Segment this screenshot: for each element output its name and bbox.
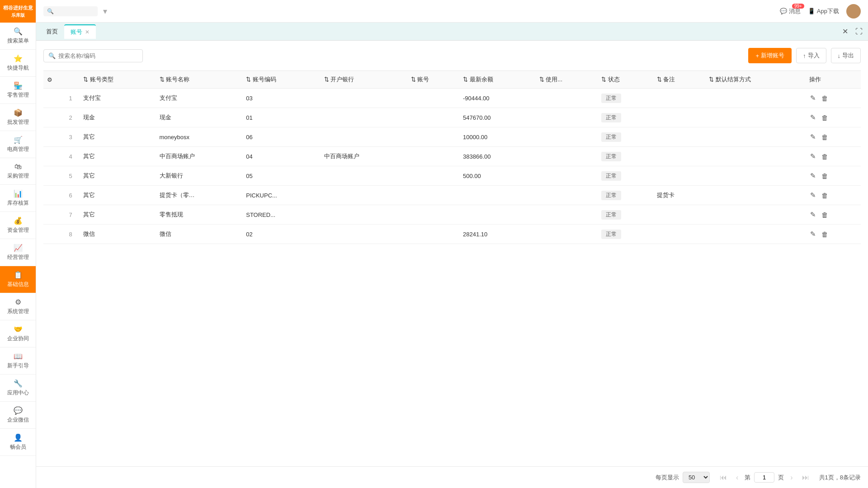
row-settings [43, 147, 61, 166]
page-next-button[interactable]: › [788, 473, 795, 483]
page-number-input[interactable] [754, 472, 774, 483]
delete-button[interactable]: 🗑 [821, 210, 829, 220]
row-account-no [407, 186, 459, 205]
sidebar-item-purchase-mgmt[interactable]: 🛍 采购管理 [0, 158, 36, 185]
page-prev-button[interactable]: ‹ [733, 473, 741, 483]
row-bank: 中百商场账户 [321, 147, 407, 166]
per-page-select[interactable]: 50 10 20 100 [683, 472, 710, 483]
row-default-settlement [705, 205, 806, 225]
import-button[interactable]: ↑ 导入 [796, 48, 826, 63]
message-button[interactable]: 💬 消息 99+ [780, 7, 801, 15]
sidebar-item-enterprise-agreement[interactable]: 🤝 企业协同 [0, 320, 36, 347]
edit-button[interactable]: ✎ [809, 210, 817, 220]
tab-account-close[interactable]: ✕ [85, 29, 90, 35]
search-input[interactable] [58, 52, 131, 59]
row-status: 正常 [598, 108, 653, 127]
sidebar-item-label: 采购管理 [7, 172, 29, 180]
user-avatar[interactable] [846, 4, 861, 19]
row-default-settlement [705, 166, 806, 186]
tab-account[interactable]: 账号 ✕ [64, 24, 96, 39]
row-balance: 28241.10 [459, 225, 536, 244]
table-row: 1 支付宝 支付宝 03 -90444.00 正常 ✎ 🗑 [43, 89, 861, 108]
operations-mgmt-icon: 📈 [14, 244, 23, 252]
delete-button[interactable]: 🗑 [821, 132, 829, 142]
row-bank [321, 186, 407, 205]
sidebar-item-search-menu[interactable]: 🔍 搜索菜单 [0, 23, 36, 50]
row-actions: ✎ 🗑 [806, 108, 861, 127]
row-account-type: 其它 [80, 205, 156, 225]
edit-button[interactable]: ✎ [809, 229, 817, 239]
sidebar-item-quick-nav[interactable]: ⭐ 快捷导航 [0, 50, 36, 77]
edit-button[interactable]: ✎ [809, 93, 817, 103]
delete-button[interactable]: 🗑 [821, 94, 829, 103]
add-account-label: 新增账号 [761, 52, 784, 60]
delete-button[interactable]: 🗑 [821, 171, 829, 181]
edit-button[interactable]: ✎ [809, 132, 817, 142]
sidebar-item-member[interactable]: 👤 畅会员 [0, 429, 36, 456]
app-download-button[interactable]: 📱 App下载 [808, 7, 839, 15]
sidebar-item-inventory-calc[interactable]: 📊 库存核算 [0, 185, 36, 212]
sidebar-item-finance-mgmt[interactable]: 💰 资金管理 [0, 212, 36, 239]
col-balance[interactable]: ⇅ 最新余额 [459, 71, 536, 89]
tabbar: 首页 账号 ✕ ✕ ⛶ [36, 23, 868, 41]
edit-button[interactable]: ✎ [809, 113, 817, 122]
row-usage [536, 147, 598, 166]
basic-info-icon: 📋 [14, 271, 23, 279]
row-account-code: 02 [242, 225, 321, 244]
page-first-button[interactable]: ⏮ [717, 473, 730, 483]
edit-button[interactable]: ✎ [809, 151, 817, 161]
delete-button[interactable]: 🗑 [821, 230, 829, 239]
sidebar-item-app-center[interactable]: 🔧 应用中心 [0, 375, 36, 402]
row-settings [43, 108, 61, 127]
dropdown-arrow[interactable]: ▾ [103, 6, 107, 16]
page-last-button[interactable]: ⏭ [799, 473, 812, 483]
search-box[interactable]: 🔍 [43, 49, 143, 62]
table-row: 4 其它 中百商场账户 04 中百商场账户 383866.00 正常 ✎ 🗑 [43, 147, 861, 166]
sidebar-item-wholesale-mgmt[interactable]: 📦 批发管理 [0, 104, 36, 131]
row-status: 正常 [598, 225, 653, 244]
col-settings[interactable]: ⚙ [43, 71, 61, 89]
delete-button[interactable]: 🗑 [821, 191, 829, 200]
sidebar-item-label: 资金管理 [7, 226, 29, 234]
export-button[interactable]: ↓ 导出 [831, 48, 861, 63]
delete-button[interactable]: 🗑 [821, 113, 829, 122]
col-usage[interactable]: ⇅ 使用... [536, 71, 598, 89]
row-usage [536, 166, 598, 186]
col-status[interactable]: ⇅ 状态 [598, 71, 653, 89]
row-status: 正常 [598, 186, 653, 205]
row-account-type: 其它 [80, 147, 156, 166]
row-account-type: 现金 [80, 108, 156, 127]
sidebar-item-retail-mgmt[interactable]: 🏪 零售管理 [0, 77, 36, 104]
sidebar-item-enterprise-wechat[interactable]: 💬 企业微信 [0, 402, 36, 429]
row-settings [43, 225, 61, 244]
add-account-button[interactable]: + 新增账号 [748, 48, 792, 63]
col-default-settlement[interactable]: ⇅ 默认结算方式 [705, 71, 806, 89]
table-body: 1 支付宝 支付宝 03 -90444.00 正常 ✎ 🗑 2 现金 现金 01 [43, 89, 861, 244]
sidebar-item-ecommerce-mgmt[interactable]: 🛒 电商管理 [0, 131, 36, 158]
sidebar-item-operations-mgmt[interactable]: 📈 经营管理 [0, 239, 36, 266]
row-num: 3 [61, 127, 80, 147]
col-account-name[interactable]: ⇅ 账号名称 [156, 71, 243, 89]
sidebar-item-basic-info[interactable]: 📋 基础信息 [0, 266, 36, 293]
edit-button[interactable]: ✎ [809, 171, 817, 181]
tab-home[interactable]: 首页 [40, 25, 64, 38]
col-account-code[interactable]: ⇅ 账号编码 [242, 71, 321, 89]
tabbar-expand-button[interactable]: ⛶ [854, 25, 864, 38]
row-note: 提货卡 [653, 186, 705, 205]
sidebar-item-system-mgmt[interactable]: ⚙ 系统管理 [0, 293, 36, 320]
per-page-section: 每页显示 50 10 20 100 [656, 472, 710, 483]
col-note[interactable]: ⇅ 备注 [653, 71, 705, 89]
tab-home-label: 首页 [46, 28, 58, 36]
system-mgmt-icon: ⚙ [15, 298, 21, 306]
col-bank[interactable]: ⇅ 开户银行 [321, 71, 407, 89]
row-bank [321, 225, 407, 244]
col-account-type[interactable]: ⇅ 账号类型 [80, 71, 156, 89]
edit-button[interactable]: ✎ [809, 190, 817, 200]
message-badge: 99+ [792, 4, 804, 9]
sidebar-item-new-guide[interactable]: 📖 新手引导 [0, 347, 36, 375]
col-account-no[interactable]: ⇅ 账号 [407, 71, 459, 89]
delete-button[interactable]: 🗑 [821, 152, 829, 161]
tabbar-close-button[interactable]: ✕ [840, 25, 850, 38]
row-usage [536, 89, 598, 108]
topbar-search[interactable]: 🔍 [43, 6, 98, 16]
